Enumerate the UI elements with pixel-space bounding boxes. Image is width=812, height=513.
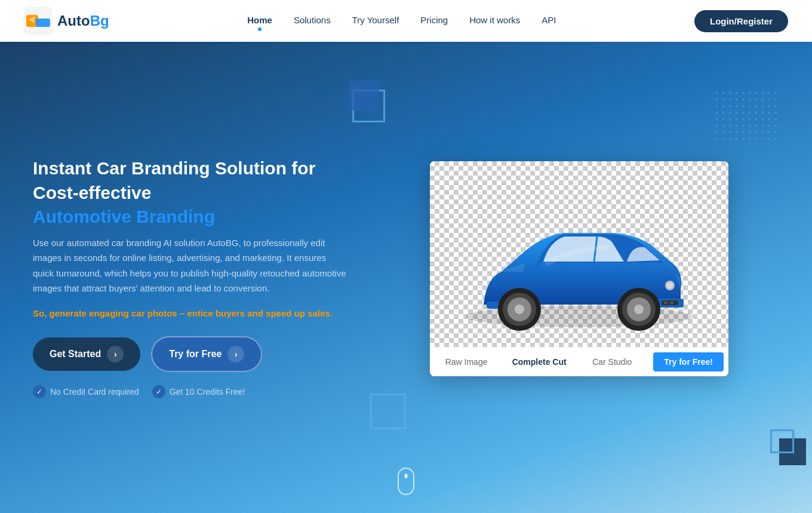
button-group: Get Started › Try for Free › [33, 336, 346, 372]
tab-raw-image[interactable]: Raw Image [430, 348, 503, 376]
deco-square-bottom-left [370, 394, 406, 429]
svg-point-11 [667, 282, 673, 288]
svg-rect-8 [664, 302, 668, 304]
nav-how-it-works[interactable]: How it works [469, 15, 520, 27]
tab-complete-cut[interactable]: Complete Cut [503, 348, 576, 376]
nav-solutions[interactable]: Solutions [294, 15, 331, 27]
car-svg [448, 185, 710, 352]
logo: AutoBg [24, 7, 109, 35]
credit-item-1: ✓ No Credit Card required [33, 385, 139, 398]
hero-description: Use our automated car branding AI soluti… [33, 235, 346, 296]
hero-section: Instant Car Branding Solution for Cost-e… [0, 0, 812, 513]
login-register-button[interactable]: Login/Register [694, 10, 788, 32]
scroll-indicator [398, 468, 414, 495]
car-image-container: Raw Image Complete Cut Car Studio Try fo… [430, 161, 728, 376]
hero-title: Instant Car Branding Solution for Cost-e… [33, 156, 346, 229]
scroll-dot [405, 474, 408, 478]
car-image [430, 161, 728, 376]
image-tab-try-free-button[interactable]: Try for Free! [653, 352, 724, 371]
hero-left: Instant Car Branding Solution for Cost-e… [0, 156, 346, 398]
nav-try-yourself[interactable]: Try Yourself [352, 15, 399, 27]
dots-top-right-decoration [713, 90, 779, 143]
solid-square-top-left [349, 81, 379, 110]
nav-api[interactable]: API [542, 15, 556, 27]
tab-car-studio[interactable]: Car Studio [576, 348, 648, 376]
check-icon-2: ✓ [152, 385, 165, 398]
svg-point-15 [634, 305, 644, 314]
nav-links: Home Solutions Try Yourself Pricing How … [247, 15, 556, 27]
svg-rect-9 [670, 302, 673, 304]
logo-icon [24, 7, 53, 35]
scroll-mouse-icon [398, 468, 414, 495]
svg-rect-2 [36, 19, 50, 27]
navbar: AutoBg Home Solutions Try Yourself Prici… [0, 0, 812, 42]
try-free-arrow-icon: › [227, 346, 244, 363]
nav-pricing[interactable]: Pricing [420, 15, 448, 27]
credits-row: ✓ No Credit Card required ✓ Get 10 Credi… [33, 385, 346, 398]
nav-home[interactable]: Home [247, 15, 272, 27]
get-started-arrow-icon: › [107, 346, 124, 363]
hero-cta-text: So, generate engaging car photos – entic… [33, 308, 346, 318]
hero-right: Raw Image Complete Cut Car Studio Try fo… [346, 42, 812, 513]
deco-square-bottom-right [770, 429, 794, 453]
get-started-button[interactable]: Get Started › [33, 337, 140, 371]
car-frame: Raw Image Complete Cut Car Studio Try fo… [430, 161, 728, 376]
try-for-free-button[interactable]: Try for Free › [151, 336, 262, 372]
logo-text: AutoBg [57, 13, 109, 29]
check-icon-1: ✓ [33, 385, 46, 398]
credit-item-2: ✓ Get 10 Credits Free! [152, 385, 245, 398]
svg-point-19 [515, 305, 524, 314]
hero-title-highlight: Automotive Branding [33, 207, 215, 226]
image-tabs: Raw Image Complete Cut Car Studio Try fo… [430, 347, 728, 376]
